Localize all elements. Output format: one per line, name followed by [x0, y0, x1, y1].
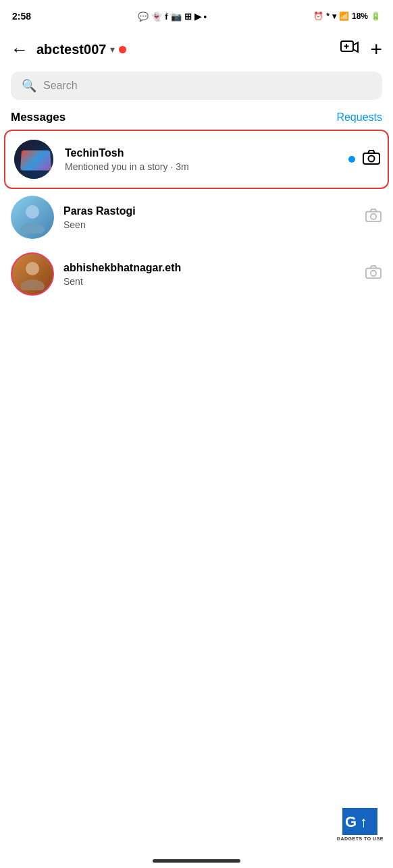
- svg-point-12: [371, 271, 376, 276]
- avatar-paras: [11, 196, 54, 239]
- camera-icon-paras: [365, 208, 382, 227]
- msg-preview-techintosh: Mentioned you in a story · 3m: [65, 161, 348, 172]
- status-time: 2:58: [12, 11, 31, 22]
- svg-rect-11: [366, 269, 381, 279]
- dropdown-icon[interactable]: ▾: [110, 44, 115, 55]
- search-icon: 🔍: [22, 78, 36, 93]
- bluetooth-icon: *: [326, 11, 330, 21]
- watermark-logo: G ↑: [342, 808, 377, 835]
- avatar-techintosh-inner: [14, 140, 53, 179]
- alarm-icon: ⏰: [313, 11, 323, 21]
- svg-point-10: [20, 279, 45, 290]
- header-left: ← abctest007 ▾: [11, 39, 126, 60]
- home-bar: [153, 859, 240, 863]
- camera-icon-abhishek: [365, 265, 382, 283]
- avatar-abhishek: [11, 252, 54, 296]
- svg-point-6: [20, 223, 45, 234]
- battery-icon: 🔋: [371, 11, 381, 21]
- back-button[interactable]: ←: [11, 39, 28, 60]
- svg-point-9: [26, 262, 39, 275]
- search-container: 🔍 Search: [0, 66, 393, 108]
- username-row: abctest007 ▾: [36, 42, 126, 57]
- compose-button[interactable]: +: [370, 38, 382, 61]
- watermark: G ↑ GADGETS TO USE: [337, 808, 384, 841]
- battery-level: 18%: [352, 11, 368, 21]
- username-label: abctest007: [36, 42, 106, 57]
- online-dot: [119, 46, 126, 53]
- msg-meta-paras: [365, 208, 382, 227]
- svg-rect-7: [366, 212, 381, 222]
- snapchat-icon: 👻: [151, 11, 162, 22]
- grid-icon: ⊞: [184, 11, 192, 22]
- header-right: +: [340, 38, 382, 61]
- avatar-techintosh: [12, 138, 55, 181]
- msg-content-techintosh: TechinTosh Mentioned you in a story · 3m: [65, 147, 348, 172]
- status-icons: 💬 👻 f 📷 ⊞ ▶ •: [138, 11, 207, 22]
- watermark-text: GADGETS TO USE: [337, 836, 384, 841]
- svg-text:G: G: [345, 813, 356, 830]
- section-header: Messages Requests: [0, 108, 393, 130]
- msg-preview-paras: Seen: [63, 219, 365, 230]
- instagram-icon: 📷: [171, 11, 182, 22]
- msg-meta-techintosh: [348, 149, 381, 169]
- facebook-icon: f: [165, 11, 167, 22]
- search-bar[interactable]: 🔍 Search: [11, 72, 382, 100]
- requests-link[interactable]: Requests: [336, 111, 382, 124]
- conversation-paras[interactable]: Paras Rastogi Seen: [0, 189, 393, 246]
- youtube-icon: ▶: [194, 11, 201, 22]
- msg-meta-abhishek: [365, 265, 382, 283]
- status-right: ⏰ * ▾ 📶 18% 🔋: [313, 11, 381, 21]
- conversation-abhishek[interactable]: abhishekbhatnagar.eth Sent: [0, 246, 393, 302]
- add-video-button[interactable]: [340, 39, 359, 60]
- camera-icon-techintosh: [362, 149, 381, 169]
- search-placeholder: Search: [43, 80, 78, 92]
- svg-point-4: [369, 156, 375, 162]
- dot-icon: •: [204, 11, 207, 22]
- chat-icon: 💬: [138, 11, 149, 22]
- svg-point-5: [26, 205, 39, 219]
- svg-point-8: [371, 214, 376, 219]
- svg-text:↑: ↑: [360, 813, 367, 830]
- status-bar: 2:58 💬 👻 f 📷 ⊞ ▶ • ⏰ * ▾ 📶 18% 🔋: [0, 0, 393, 32]
- msg-preview-abhishek: Sent: [63, 276, 365, 287]
- conversation-techintosh[interactable]: TechinTosh Mentioned you in a story · 3m: [4, 130, 389, 189]
- msg-name-paras: Paras Rastogi: [63, 205, 365, 217]
- unread-dot-techintosh: [348, 156, 355, 163]
- msg-name-techintosh: TechinTosh: [65, 147, 348, 159]
- svg-rect-3: [363, 153, 379, 164]
- msg-name-abhishek: abhishekbhatnagar.eth: [63, 262, 365, 274]
- wifi-icon: ▾: [332, 11, 336, 21]
- header: ← abctest007 ▾ +: [0, 32, 393, 66]
- msg-content-paras: Paras Rastogi Seen: [63, 205, 365, 230]
- messages-title: Messages: [11, 111, 66, 124]
- signal-icon: 📶: [339, 11, 349, 21]
- msg-content-abhishek: abhishekbhatnagar.eth Sent: [63, 262, 365, 287]
